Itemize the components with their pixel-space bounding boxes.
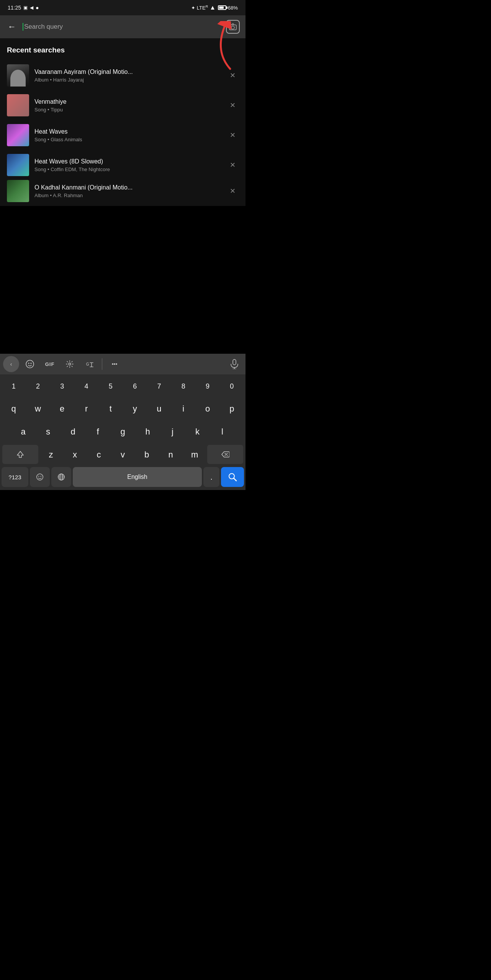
time-display: 11:25 bbox=[8, 5, 21, 11]
key-u[interactable]: u bbox=[148, 399, 170, 419]
key-j[interactable]: j bbox=[161, 422, 184, 442]
search-submit-key[interactable] bbox=[221, 467, 244, 487]
key-2[interactable]: 2 bbox=[26, 377, 49, 396]
key-r[interactable]: r bbox=[75, 399, 98, 419]
key-d[interactable]: d bbox=[61, 422, 85, 442]
more-button[interactable]: ••• bbox=[105, 356, 124, 372]
recent-searches-title: Recent searches bbox=[7, 46, 239, 54]
remove-button-1[interactable]: ✕ bbox=[227, 68, 239, 83]
key-g[interactable]: g bbox=[111, 422, 134, 442]
key-c[interactable]: c bbox=[88, 445, 110, 465]
key-z[interactable]: z bbox=[40, 445, 62, 465]
item-title-2: Venmathiye bbox=[34, 98, 221, 105]
list-item[interactable]: O Kadhal Kanmani (Original Motio... Albu… bbox=[7, 180, 239, 202]
album-art-4 bbox=[7, 154, 29, 176]
key-0[interactable]: 0 bbox=[221, 377, 243, 396]
gif-label: GIF bbox=[45, 361, 55, 367]
item-title-5: O Kadhal Kanmani (Original Motio... bbox=[34, 184, 221, 191]
svg-point-4 bbox=[28, 363, 29, 364]
item-title-4: Heat Waves (8D Slowed) bbox=[34, 158, 221, 165]
list-item[interactable]: Vaaranam Aayiram (Original Motio... Albu… bbox=[7, 60, 239, 90]
remove-button-4[interactable]: ✕ bbox=[227, 158, 239, 172]
search-input-area[interactable]: Search query bbox=[23, 23, 221, 31]
sym-key[interactable]: ?123 bbox=[2, 467, 28, 487]
svg-point-5 bbox=[31, 363, 32, 364]
key-3[interactable]: 3 bbox=[51, 377, 74, 396]
key-f[interactable]: f bbox=[86, 422, 110, 442]
emoji-toolbar-button[interactable] bbox=[21, 356, 39, 372]
period-label: . bbox=[210, 473, 213, 482]
key-4[interactable]: 4 bbox=[75, 377, 98, 396]
key-o[interactable]: o bbox=[196, 399, 219, 419]
gif-button[interactable]: GIF bbox=[41, 356, 59, 372]
bluetooth-icon: ✦ bbox=[191, 5, 195, 11]
search-placeholder: Search query bbox=[24, 23, 63, 31]
svg-point-12 bbox=[38, 476, 39, 477]
bottom-row: ?123 English . bbox=[0, 466, 246, 490]
svg-point-13 bbox=[41, 476, 41, 477]
item-info-4: Heat Waves (8D Slowed) Song • Coffin EDM… bbox=[34, 158, 221, 172]
item-subtitle-3: Song • Glass Animals bbox=[34, 137, 221, 142]
item-info-2: Venmathiye Song • Tippu bbox=[34, 98, 221, 113]
toolbar-divider bbox=[102, 358, 102, 370]
space-key[interactable]: English bbox=[73, 467, 202, 487]
translate-button[interactable]: G bbox=[80, 356, 99, 372]
key-q[interactable]: q bbox=[2, 399, 25, 419]
back-button[interactable]: ← bbox=[6, 20, 18, 34]
globe-key[interactable] bbox=[51, 467, 71, 487]
circle-icon: ● bbox=[36, 5, 39, 11]
keyboard[interactable]: ‹ GIF G ••• bbox=[0, 354, 246, 490]
emoji-key[interactable] bbox=[30, 467, 50, 487]
space-label: English bbox=[127, 474, 147, 480]
item-info-5: O Kadhal Kanmani (Original Motio... Albu… bbox=[34, 184, 221, 198]
list-item[interactable]: Venmathiye Song • Tippu ✕ bbox=[7, 90, 239, 120]
sym-label: ?123 bbox=[8, 474, 21, 480]
key-t[interactable]: t bbox=[99, 399, 122, 419]
key-6[interactable]: 6 bbox=[123, 377, 146, 396]
svg-point-6 bbox=[69, 363, 71, 365]
key-7[interactable]: 7 bbox=[148, 377, 170, 396]
settings-button[interactable] bbox=[61, 356, 79, 372]
mic-button[interactable] bbox=[226, 356, 242, 372]
remove-button-5[interactable]: ✕ bbox=[227, 184, 239, 198]
remove-button-2[interactable]: ✕ bbox=[227, 98, 239, 113]
key-i[interactable]: i bbox=[172, 399, 195, 419]
letter-row-1: q w e r t y u i o p bbox=[0, 397, 246, 420]
key-h[interactable]: h bbox=[136, 422, 159, 442]
key-x[interactable]: x bbox=[64, 445, 86, 465]
key-w[interactable]: w bbox=[26, 399, 49, 419]
item-subtitle-4: Song • Coffin EDM, The Nightcore bbox=[34, 167, 221, 172]
search-bar: ← Search query bbox=[0, 15, 246, 38]
svg-line-20 bbox=[234, 478, 236, 481]
camera-button[interactable] bbox=[226, 20, 240, 34]
key-e[interactable]: e bbox=[51, 399, 74, 419]
battery-icon bbox=[218, 5, 226, 10]
item-info-3: Heat Waves Song • Glass Animals bbox=[34, 128, 221, 142]
album-art-3 bbox=[7, 124, 29, 146]
key-v[interactable]: v bbox=[111, 445, 134, 465]
key-9[interactable]: 9 bbox=[196, 377, 219, 396]
shift-key[interactable] bbox=[2, 445, 38, 464]
svg-point-3 bbox=[26, 360, 34, 368]
keyboard-back-button[interactable]: ‹ bbox=[3, 356, 19, 372]
key-s[interactable]: s bbox=[36, 422, 60, 442]
period-key[interactable]: . bbox=[203, 467, 219, 487]
key-l[interactable]: l bbox=[211, 422, 234, 442]
key-a[interactable]: a bbox=[11, 422, 35, 442]
key-p[interactable]: p bbox=[221, 399, 243, 419]
key-n[interactable]: n bbox=[159, 445, 182, 465]
key-y[interactable]: y bbox=[123, 399, 146, 419]
backspace-key[interactable] bbox=[207, 445, 243, 464]
key-8[interactable]: 8 bbox=[172, 377, 195, 396]
list-item[interactable]: Heat Waves Song • Glass Animals ✕ bbox=[7, 120, 239, 150]
svg-rect-8 bbox=[233, 359, 236, 365]
key-1[interactable]: 1 bbox=[2, 377, 25, 396]
remove-button-3[interactable]: ✕ bbox=[227, 128, 239, 142]
svg-text:G: G bbox=[86, 362, 89, 366]
key-b[interactable]: b bbox=[136, 445, 158, 465]
key-5[interactable]: 5 bbox=[99, 377, 122, 396]
key-k[interactable]: k bbox=[186, 422, 209, 442]
letter-row-3: z x c v b n m bbox=[0, 443, 246, 466]
list-item[interactable]: Heat Waves (8D Slowed) Song • Coffin EDM… bbox=[7, 150, 239, 180]
key-m[interactable]: m bbox=[183, 445, 206, 465]
